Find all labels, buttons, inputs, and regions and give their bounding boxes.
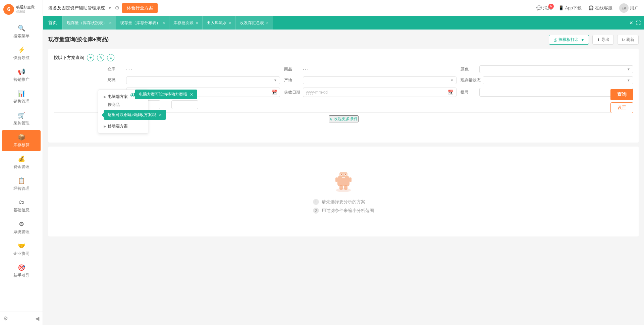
sidebar-item-purchase[interactable]: 🛒 采购管理	[2, 108, 41, 129]
refresh-btn[interactable]: ↻ 刷新	[617, 35, 639, 45]
export-icon: ⬆	[597, 38, 600, 42]
empty-step-2: 2 用过滤条件来缩小分析范围	[313, 208, 374, 214]
color-select[interactable]: ▼	[479, 65, 633, 73]
refresh-icon: ↻	[622, 38, 625, 42]
tab-close-all-btn[interactable]: ✕	[629, 20, 633, 25]
goods-dots[interactable]: ···	[303, 66, 309, 72]
filter-edit-btn[interactable]: ✎	[97, 54, 104, 61]
scheme-computer-label: 电脑端方案	[108, 94, 128, 100]
print-btn[interactable]: 🖨 按模板打印 ▼	[549, 35, 589, 45]
filter-add-btn[interactable]: +	[87, 54, 94, 61]
collapse-btn[interactable]: ∧ 收起更多条件	[329, 115, 359, 122]
svg-point-5	[341, 174, 342, 175]
filter-back-btn[interactable]: «	[107, 54, 114, 61]
sidebar-item-sales[interactable]: 📊 销售管理	[2, 87, 41, 108]
collapse-label: 收起更多条件	[334, 116, 358, 122]
user-item[interactable]: Ea 用户	[619, 3, 639, 13]
tooltip-1-close[interactable]: ✕	[190, 92, 193, 97]
tab-collect-summary[interactable]: 收发存汇总表 ✕	[235, 16, 273, 30]
tooltip-2: 这里可以创建和修改方案哦 ✕	[104, 110, 166, 120]
scheme-mobile[interactable]: ▶ 移动端方案	[101, 122, 145, 130]
goods-label: 商品	[284, 66, 301, 72]
app-download-item[interactable]: 📱 App下载	[558, 5, 582, 11]
tab-inventory-status-label: 现存量（库存状况表）	[67, 20, 107, 26]
sidebar-item-inventory[interactable]: 📦 库存核算	[2, 130, 41, 151]
setup-btn[interactable]: 设置	[610, 102, 633, 113]
tab-home[interactable]: 首页	[43, 16, 62, 30]
export-btn[interactable]: ⬆ 导出	[592, 35, 614, 45]
purchase-icon: 🛒	[18, 112, 25, 119]
inventory-main-max[interactable]	[171, 100, 198, 109]
query-btn[interactable]: 查询	[610, 89, 633, 100]
sidebar-item-basics[interactable]: 🗂 基础信息	[2, 196, 41, 216]
expiry-date-field: 失效日期 yyyy-mm-dd 📅	[284, 88, 457, 97]
collapse-sidebar-btn[interactable]: ◀	[35, 315, 39, 322]
warehouse-dots[interactable]: ···	[126, 66, 132, 72]
main-area: 装备及固定资产辅助管理系统 ▼ ⚙ 体验行业方案 💬 消息 6 📱 App下载 …	[43, 0, 644, 325]
sidebar-item-finance[interactable]: 💰 资金管理	[2, 152, 41, 173]
online-service-item[interactable]: 🎧 在线客服	[588, 5, 612, 11]
sidebar-item-search[interactable]: 🔍 搜索菜单	[2, 21, 41, 42]
settings-bottom-btn[interactable]: ⚙	[3, 315, 8, 322]
collapse-up-icon: ∧	[329, 117, 332, 121]
logo-text-area: 畅通好生意 标准版	[16, 5, 35, 14]
tab-fullscreen-btn[interactable]: ⛶	[636, 20, 641, 25]
inventory-status-field: 现存量状态 ▼	[461, 76, 633, 84]
tab-close-batch-ledger[interactable]: ✕	[196, 21, 198, 25]
empty-step-1: 1 请先选择要分析的方案	[313, 199, 374, 205]
scheme-arrow-computer: ▶	[104, 95, 106, 99]
sidebar-item-guide[interactable]: 🎯 新手引导	[2, 261, 41, 282]
expiry-date-placeholder: yyyy-mm-dd	[306, 90, 328, 95]
topbar: 装备及固定资产辅助管理系统 ▼ ⚙ 体验行业方案 💬 消息 6 📱 App下载 …	[43, 0, 644, 16]
expiry-date-input[interactable]: yyyy-mm-dd 📅	[303, 88, 457, 97]
sidebar-item-system[interactable]: ⚙ 系统管理	[2, 217, 41, 238]
industry-btn[interactable]: 体验行业方案	[122, 3, 158, 13]
tab-in-out-flow[interactable]: 出入库流水 ✕	[202, 16, 235, 30]
filter-header: 按以下方案查询 + ✎ «	[54, 54, 633, 61]
page-header: 现存量查询(按仓库+商品) 🖨 按模板打印 ▼ ⬆ 导出 ↻ 刷新	[48, 35, 639, 45]
sidebar-label-operations: 经营管理	[13, 186, 30, 192]
svg-point-6	[345, 174, 346, 175]
tab-close-in-out-flow[interactable]: ✕	[229, 21, 231, 25]
calendar-icon-2[interactable]: 📅	[448, 90, 453, 95]
sidebar-item-quicknav[interactable]: ⚡ 快捷导航	[2, 43, 41, 64]
sidebar-item-marketing[interactable]: 📢 营销推广	[2, 65, 41, 86]
sales-icon: 📊	[18, 90, 25, 97]
warehouse-label: 仓库	[107, 66, 124, 72]
tab-close-collect-summary[interactable]: ✕	[266, 21, 269, 25]
headset-icon: 🎧	[588, 5, 594, 10]
calendar-icon-1[interactable]: 📅	[271, 90, 277, 95]
step-num-2: 2	[313, 208, 319, 214]
tab-batch-ledger[interactable]: 库存批次账 ✕	[169, 16, 202, 30]
tab-close-inventory-dist[interactable]: ✕	[162, 21, 165, 25]
tab-inventory-dist[interactable]: 现存量（库存分布表） ✕	[116, 16, 169, 30]
scheme-sub-1[interactable]: 按商品	[101, 101, 145, 109]
marketing-icon: 📢	[18, 68, 25, 75]
sidebar-item-operations[interactable]: 📋 经营管理	[2, 174, 41, 195]
origin-select[interactable]: ▼	[303, 76, 457, 84]
tab-inventory-status[interactable]: 现存量（库存状况表） ✕	[62, 16, 116, 30]
topbar-settings-icon[interactable]: ⚙	[115, 5, 119, 11]
sidebar-label-quicknav: 快捷导航	[13, 55, 30, 61]
step-1-text: 请先选择要分析的方案	[322, 199, 365, 205]
empty-state: 1 请先选择要分析的方案 2 用过滤条件来缩小分析范围	[48, 147, 639, 236]
notification-item[interactable]: 💬 消息 6	[536, 5, 552, 11]
scheme-arrow-mobile: ▶	[104, 124, 106, 128]
topbar-dropdown-arrow[interactable]: ▼	[108, 5, 112, 10]
sidebar-label-purchase: 采购管理	[13, 120, 30, 126]
operations-icon: 📋	[18, 177, 25, 184]
size-select[interactable]: ▼	[126, 76, 280, 84]
logo-icon: 6	[3, 4, 14, 15]
edit-icon: ✎	[99, 56, 102, 60]
inventory-status-select[interactable]: ▼	[483, 76, 633, 84]
batch-field: 批号	[461, 88, 633, 97]
tab-inventory-dist-label: 现存量（库存分布表）	[120, 20, 160, 26]
size-label: 尺码	[107, 77, 124, 83]
sidebar-item-enterprise[interactable]: 🤝 企业协同	[2, 239, 41, 260]
tab-close-inventory-status[interactable]: ✕	[109, 21, 112, 25]
filter-fields-area: 仓库 ··· 商品 ··· 颜色 ▼	[107, 65, 633, 109]
guide-icon: 🎯	[18, 264, 25, 271]
avatar-text: Ea	[622, 6, 626, 10]
empty-steps: 1 请先选择要分析的方案 2 用过滤条件来缩小分析范围	[313, 199, 374, 216]
tooltip-2-close[interactable]: ✕	[159, 113, 162, 117]
